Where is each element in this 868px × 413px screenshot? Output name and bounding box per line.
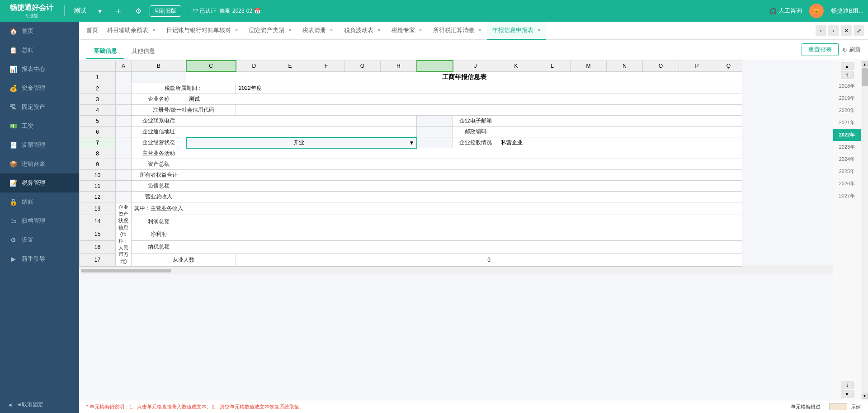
tab-income-tax[interactable]: 所得税汇算清缴 ✕ xyxy=(428,22,487,40)
year-2021[interactable]: 2021年 xyxy=(833,117,861,129)
col-header-p[interactable]: P xyxy=(679,61,715,71)
cell-11-value[interactable] xyxy=(186,181,742,192)
year-2023[interactable]: 2023年 xyxy=(833,141,861,153)
reset-btn[interactable]: 重置报表 xyxy=(802,43,839,56)
sidebar-item-purchase-sales[interactable]: 📦 进销台账 xyxy=(0,155,79,174)
sidebar-item-funds[interactable]: 💰 资金管理 xyxy=(0,79,79,98)
cell-6-value[interactable] xyxy=(186,127,417,137)
cell-14-value[interactable] xyxy=(186,215,742,228)
cell-12a[interactable] xyxy=(116,192,132,202)
sidebar-item-fixed-assets[interactable]: 🏗 固定资产 xyxy=(0,98,79,117)
cell-7-right-label[interactable]: 企业控股情况 xyxy=(453,137,498,148)
spreadsheet-main[interactable]: A B C D E F G H J K xyxy=(79,60,833,400)
v-scrollbar[interactable]: ▲ ▼ xyxy=(861,60,868,400)
cell-13-sublabel[interactable]: 其中：主营业务收入 xyxy=(132,202,186,215)
support-btn[interactable]: 🎧 人工咨询 xyxy=(769,7,802,15)
year-scroll-bottom-btn[interactable]: ⇓ xyxy=(841,381,854,389)
calendar-icon[interactable]: 📅 xyxy=(254,8,261,14)
cell-9a[interactable] xyxy=(116,159,132,170)
cell-5a[interactable] xyxy=(116,116,132,127)
sidebar-item-general-ledger[interactable]: 📋 总账 xyxy=(0,41,79,60)
cell-2-value[interactable]: 2022年度 xyxy=(236,83,742,94)
tab-next-btn[interactable]: › xyxy=(828,25,839,36)
year-scroll-top-btn[interactable]: ⇑ xyxy=(841,71,854,79)
cell-3-label[interactable]: 企业名称 xyxy=(132,94,186,105)
year-scroll-down-btn[interactable]: ▼ xyxy=(841,390,854,398)
col-header-d[interactable]: D xyxy=(236,61,272,71)
cell-4-value[interactable] xyxy=(236,105,742,116)
col-header-b[interactable]: B xyxy=(132,61,186,71)
col-header-q[interactable]: Q xyxy=(715,61,742,71)
refresh-btn[interactable]: ↻ 刷新 xyxy=(842,46,861,54)
cell-11a[interactable] xyxy=(116,181,132,192)
cell-10-sublabel[interactable]: 所有者权益合计 xyxy=(132,170,186,181)
year-2018[interactable]: 2018年 xyxy=(833,80,861,92)
cell-6a[interactable] xyxy=(116,127,132,137)
cell-12-value[interactable] xyxy=(186,192,742,202)
avatar[interactable]: 🐱 xyxy=(809,4,824,18)
cell-2-label[interactable]: 税款所属期间： xyxy=(132,83,236,94)
current-tab-label[interactable]: 测试 xyxy=(70,7,90,15)
dropdown-btn[interactable]: ▾ xyxy=(94,5,106,17)
cell-5-right-label[interactable]: 企业电子邮箱 xyxy=(453,116,498,127)
sidebar-item-reports[interactable]: 📊 报表中心 xyxy=(0,60,79,79)
cell-16-sublabel[interactable]: 纳税总额 xyxy=(132,241,186,253)
year-2019[interactable]: 2019年 xyxy=(833,92,861,104)
settings-btn[interactable]: ⚙ xyxy=(131,5,146,17)
sidebar-item-payroll[interactable]: 💵 工资 xyxy=(0,117,79,136)
cell-2a[interactable] xyxy=(116,83,132,94)
cell-6-right-label[interactable]: 邮政编码 xyxy=(453,127,498,137)
col-header-l[interactable]: L xyxy=(534,61,571,71)
tab-home[interactable]: 首页 xyxy=(83,22,102,40)
tab-close-tax-fluctuation[interactable]: ✕ xyxy=(377,28,381,33)
tab-fixed-category[interactable]: 固定资产类别 ✕ xyxy=(244,22,297,40)
cell-16-value[interactable] xyxy=(186,241,742,253)
year-2022[interactable]: 2022年 xyxy=(833,129,861,141)
year-2027[interactable]: 2027年 xyxy=(833,190,861,202)
col-header-n[interactable]: N xyxy=(607,61,643,71)
cell-7a[interactable] xyxy=(116,137,132,148)
sidebar-item-closing[interactable]: 🔒 结账 xyxy=(0,192,79,211)
col-header-h[interactable]: H xyxy=(381,61,417,71)
cell-15-sublabel[interactable]: 净利润 xyxy=(132,228,186,240)
year-2025[interactable]: 2025年 xyxy=(833,165,861,178)
cell-10-value[interactable] xyxy=(186,170,742,181)
h-scrollbar[interactable] xyxy=(79,267,833,274)
tab-close-journal-bank[interactable]: ✕ xyxy=(235,28,238,33)
sidebar-item-home[interactable]: 🏠 首页 xyxy=(0,22,79,41)
v-scroll-up-btn[interactable]: ▲ xyxy=(862,61,868,67)
year-2020[interactable]: 2020年 xyxy=(833,104,861,117)
col-header-a[interactable]: A xyxy=(116,61,132,71)
tab-close-tax-list[interactable]: ✕ xyxy=(330,28,333,33)
dropdown-arrow[interactable]: ▼ xyxy=(409,140,415,146)
cell-7-right-value[interactable]: 私营企业 xyxy=(498,137,742,148)
cell-1a[interactable] xyxy=(116,71,132,83)
tab-tax-list[interactable]: 税表清册 ✕ xyxy=(297,22,339,40)
sub-tab-basic[interactable]: 基础信息 xyxy=(86,44,124,59)
sidebar-item-tax[interactable]: 📝 税务管理 xyxy=(0,174,79,192)
tab-aux-balance[interactable]: 科目辅助余额表 ✕ xyxy=(102,22,161,40)
cell-5-right-value[interactable] xyxy=(498,116,742,127)
cell-3a[interactable] xyxy=(116,94,132,105)
year-scroll-up-btn[interactable]: ▲ xyxy=(841,62,854,70)
cell-8-value[interactable] xyxy=(186,148,742,159)
col-header-m[interactable]: M xyxy=(571,61,607,71)
cell-8-label[interactable]: 主营业务活动 xyxy=(132,148,186,159)
cell-5-value[interactable] xyxy=(186,116,417,127)
add-btn[interactable]: ＋ xyxy=(110,4,127,18)
sidebar-item-settings[interactable]: ⚙ 设置 xyxy=(0,230,79,249)
cell-9-value[interactable] xyxy=(186,159,742,170)
year-2026[interactable]: 2026年 xyxy=(833,178,861,190)
cell-6-right-value[interactable] xyxy=(498,127,742,137)
sidebar-item-archive[interactable]: 🗂 归档管理 xyxy=(0,211,79,230)
tab-close-fixed-category[interactable]: ✕ xyxy=(288,28,292,33)
tab-close-aux-balance[interactable]: ✕ xyxy=(152,28,156,33)
cell-1-title[interactable]: 工商年报信息表 xyxy=(186,71,742,83)
cell-7-label[interactable]: 企业经营状态 xyxy=(132,137,186,148)
cell-11-sublabel[interactable]: 负债总额 xyxy=(132,181,186,192)
cell-12-sublabel[interactable]: 营业总收入 xyxy=(132,192,186,202)
col-header-g[interactable]: G xyxy=(344,61,381,71)
tab-tax-expert[interactable]: 税检专家 ✕ xyxy=(386,22,428,40)
tab-close-all-btn[interactable]: ✕ xyxy=(841,25,852,36)
tab-prev-btn[interactable]: ‹ xyxy=(816,25,826,36)
